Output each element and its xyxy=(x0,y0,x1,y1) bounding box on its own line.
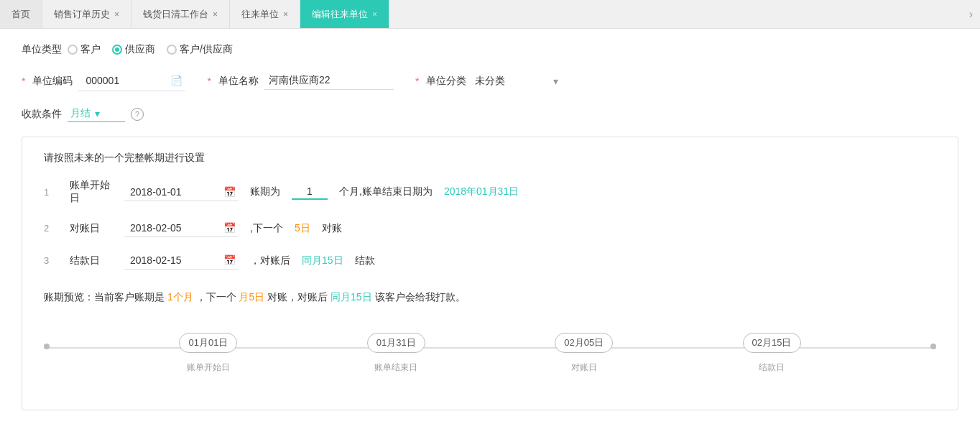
name-star: * xyxy=(207,75,211,87)
preview-part2: 月5日 xyxy=(239,291,264,303)
check-date-input-wrapper: 📅 xyxy=(124,219,239,237)
payment-arrow: ▾ xyxy=(95,108,100,119)
tab-sales-close[interactable]: × xyxy=(114,9,119,19)
tab-cash-label: 钱货日清工作台 xyxy=(143,8,208,21)
unit-class-value: 未分类 xyxy=(475,75,505,88)
months-input[interactable] xyxy=(292,184,328,200)
timeline-end-dot xyxy=(930,344,936,349)
code-icon[interactable]: 📄 xyxy=(170,75,182,86)
pay-date-input[interactable] xyxy=(127,253,221,267)
row-label-1: 账单开始日 xyxy=(70,179,113,205)
unit-code-input[interactable] xyxy=(81,72,167,89)
help-icon[interactable]: ? xyxy=(131,108,144,121)
start-date-input[interactable] xyxy=(127,185,221,199)
period-row1-end-date: 2018年01月31日 xyxy=(444,185,519,198)
timeline-label-4: 结款日 xyxy=(759,362,785,374)
radio-customer[interactable]: 客户 xyxy=(68,43,101,56)
unit-class-group: * 单位分类 未分类 ▾ xyxy=(415,73,558,89)
timeline-node-3: 02月05日 xyxy=(555,333,613,353)
period-row3-post: 结款 xyxy=(355,254,375,267)
radio-customer-circle xyxy=(68,45,78,55)
tab-sales-history[interactable]: 销售订单历史 × xyxy=(42,0,131,28)
row-num-2: 2 xyxy=(44,223,58,234)
preview-part1: 1个月 xyxy=(167,291,193,303)
preview-part3: 同月15日 xyxy=(330,291,372,303)
payment-group: 收款条件 月结 ▾ ? xyxy=(22,106,144,122)
start-date-input-wrapper: 📅 xyxy=(124,183,239,201)
radio-supplier-circle xyxy=(112,45,122,55)
period-row3-highlight: 同月15日 xyxy=(302,254,343,267)
period-row-1: 1 账单开始日 📅 账期为 个月,账单结束日期为 2018年01月31日 xyxy=(44,179,936,205)
timeline-start-dot xyxy=(44,344,50,349)
unit-code-label: 单位编码 xyxy=(32,75,73,88)
unit-name-group: * 单位名称 xyxy=(207,72,393,90)
preview-prefix: 账期预览：当前客户账期是 xyxy=(44,291,165,303)
row-num-1: 1 xyxy=(44,187,58,198)
tab-partner-label: 往来单位 xyxy=(241,8,279,21)
unit-class-dropdown[interactable]: 未分类 ▾ xyxy=(472,73,558,89)
tab-edit-partner[interactable]: 编辑往来单位 × xyxy=(300,0,389,28)
payment-label: 收款条件 xyxy=(22,108,62,121)
period-row3-pre: ，对账后 xyxy=(250,254,290,267)
tab-bar: 首页 销售订单历史 × 钱货日清工作台 × 往来单位 × 编辑往来单位 × › xyxy=(0,0,980,29)
code-star: * xyxy=(22,75,25,87)
tab-more-button[interactable]: › xyxy=(962,0,980,28)
start-date-cal-icon[interactable]: 📅 xyxy=(223,186,236,198)
pay-date-cal-icon[interactable]: 📅 xyxy=(223,254,236,266)
unit-type-label: 单位类型 xyxy=(22,43,62,56)
period-row-2: 2 对账日 📅 ,下一个 5日 对账 xyxy=(44,219,936,237)
row-num-3: 3 xyxy=(44,255,58,266)
timeline-label-2: 账单结束日 xyxy=(374,362,417,374)
period-row2-pre: ,下一个 xyxy=(250,222,283,235)
period-title: 请按照未来的一个完整帐期进行设置 xyxy=(44,152,936,165)
unit-code-group: * 单位编码 📄 xyxy=(22,70,185,91)
class-star: * xyxy=(415,75,419,87)
timeline-item-3: 02月05日 对账日 xyxy=(555,333,613,374)
period-row-3: 3 结款日 📅 ，对账后 同月15日 结款 xyxy=(44,252,936,270)
unit-code-input-wrapper: 📄 xyxy=(78,70,185,91)
preview-sep1: ，下一个 xyxy=(196,291,236,303)
radio-supplier-label: 供应商 xyxy=(125,43,155,56)
tab-cash-close[interactable]: × xyxy=(213,9,218,19)
tab-partner[interactable]: 往来单位 × xyxy=(230,0,300,28)
radio-supplier[interactable]: 供应商 xyxy=(112,43,155,56)
timeline-item-1: 01月01日 账单开始日 xyxy=(179,333,237,374)
timeline-item-2: 01月31日 账单结束日 xyxy=(367,333,425,374)
check-date-cal-icon[interactable]: 📅 xyxy=(223,222,236,234)
unit-name-label: 单位名称 xyxy=(218,75,259,88)
preview-sep2: 对账，对账后 xyxy=(267,291,328,303)
preview-suffix: 该客户会给我打款。 xyxy=(375,291,466,303)
unit-class-label: 单位分类 xyxy=(426,75,466,88)
unit-type-row: 单位类型 客户 供应商 客户/供应商 xyxy=(22,43,958,56)
payment-value: 月结 xyxy=(70,107,91,120)
period-row1-mid: 个月,账单结束日期为 xyxy=(339,185,433,198)
timeline: 01月01日 账单开始日 01月31日 账单结束日 02月05日 对账日 xyxy=(44,326,936,395)
radio-group: 客户 供应商 客户/供应商 xyxy=(68,43,233,56)
period-row2-post: 对账 xyxy=(322,222,342,235)
unit-class-arrow: ▾ xyxy=(553,75,558,87)
timeline-item-4: 02月15日 结款日 xyxy=(743,333,801,374)
radio-both-circle xyxy=(167,45,177,55)
timeline-node-1: 01月01日 xyxy=(179,333,237,353)
period-box: 请按照未来的一个完整帐期进行设置 1 账单开始日 📅 账期为 个月,账单结束日期… xyxy=(22,137,958,410)
row-label-3: 结款日 xyxy=(70,254,113,267)
preview-text: 账期预览：当前客户账期是 1个月 ，下一个 月5日 对账，对账后 同月15日 该… xyxy=(44,284,936,311)
payment-row: 收款条件 月结 ▾ ? xyxy=(22,106,958,122)
tab-cash-work[interactable]: 钱货日清工作台 × xyxy=(131,0,230,28)
row-label-2: 对账日 xyxy=(70,222,113,235)
tab-partner-close[interactable]: × xyxy=(283,9,288,19)
unit-name-input[interactable] xyxy=(264,72,394,90)
period-row1-prefix: 账期为 xyxy=(250,185,280,198)
check-date-input[interactable] xyxy=(127,221,221,235)
period-row2-highlight: 5日 xyxy=(295,222,310,235)
tab-edit-partner-close[interactable]: × xyxy=(372,9,377,19)
main-content: 单位类型 客户 供应商 客户/供应商 * 单位编码 xyxy=(0,29,980,437)
tab-edit-partner-label: 编辑往来单位 xyxy=(312,8,368,21)
timeline-label-1: 账单开始日 xyxy=(187,362,230,374)
unit-info-row: * 单位编码 📄 * 单位名称 * 单位分类 未分类 ▾ xyxy=(22,70,958,91)
tab-home[interactable]: 首页 xyxy=(0,0,42,28)
tab-sales-label: 销售订单历史 xyxy=(54,8,110,21)
payment-dropdown[interactable]: 月结 ▾ xyxy=(68,106,125,122)
timeline-node-2: 01月31日 xyxy=(367,333,425,353)
radio-both[interactable]: 客户/供应商 xyxy=(167,43,233,56)
